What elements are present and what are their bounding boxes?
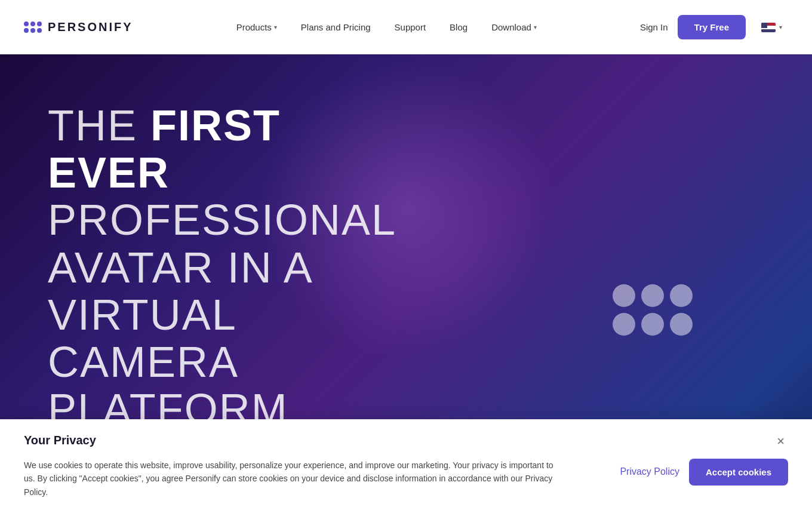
navbar: PERSONIFY Products ▾ Plans and Pricing S…	[0, 0, 812, 54]
logo-text: PERSONIFY	[48, 20, 133, 34]
try-free-button[interactable]: Try Free	[678, 15, 746, 39]
nav-item-support[interactable]: Support	[385, 17, 436, 37]
logo-dot	[24, 28, 29, 33]
nav-item-download[interactable]: Download ▾	[482, 17, 546, 37]
logo-dot	[37, 21, 42, 26]
privacy-actions: Privacy Policy Accept cookies	[620, 459, 788, 486]
logo-dot	[30, 21, 35, 26]
privacy-text: We use cookies to operate this website, …	[24, 459, 561, 499]
hero-headline: THE FIRST EVER PROFESSIONAL AVATAR IN A …	[48, 102, 394, 433]
accept-cookies-button[interactable]: Accept cookies	[689, 459, 788, 486]
privacy-policy-link[interactable]: Privacy Policy	[620, 466, 679, 477]
sign-in-link[interactable]: Sign In	[640, 22, 668, 32]
privacy-banner: Your Privacy × We use cookies to operate…	[0, 419, 812, 513]
nav-links: Products ▾ Plans and Pricing Support Blo…	[227, 17, 546, 37]
nav-item-blog[interactable]: Blog	[440, 17, 477, 37]
logo-dot	[24, 21, 29, 26]
logo-dot	[37, 28, 42, 33]
logo-link[interactable]: PERSONIFY	[24, 20, 133, 34]
logo-dot	[30, 28, 35, 33]
language-selector[interactable]: ▾	[755, 19, 788, 36]
privacy-title: Your Privacy	[24, 434, 96, 447]
chevron-down-icon: ▾	[534, 24, 537, 30]
nav-actions: Sign In Try Free ▾	[640, 15, 788, 39]
chevron-down-icon: ▾	[779, 24, 782, 30]
privacy-header: Your Privacy ×	[24, 434, 788, 449]
nav-item-pricing[interactable]: Plans and Pricing	[291, 17, 380, 37]
privacy-close-button[interactable]: ×	[773, 434, 788, 449]
us-flag-icon	[761, 23, 776, 32]
privacy-body: We use cookies to operate this website, …	[24, 459, 788, 499]
nav-item-products[interactable]: Products ▾	[227, 17, 287, 37]
logo-icon	[24, 21, 42, 33]
chevron-down-icon: ▾	[274, 24, 277, 30]
